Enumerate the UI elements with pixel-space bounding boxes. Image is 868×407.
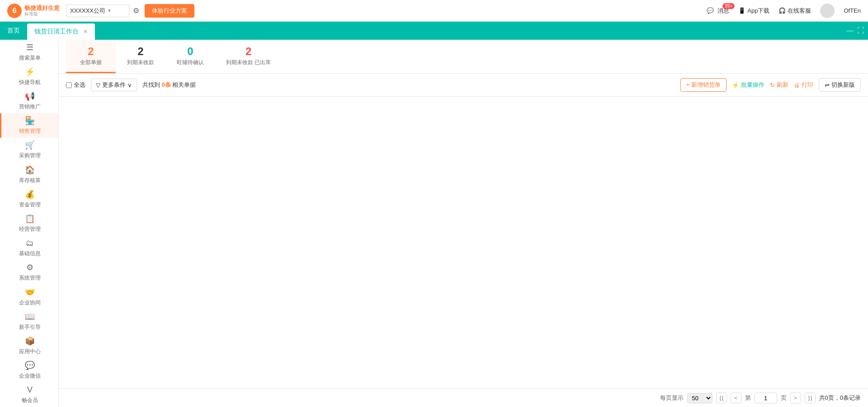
sidebar-item-enterprise[interactable]: 🤝 企业协同	[0, 285, 58, 309]
found-text: 共找到 0条 相关单据	[142, 81, 196, 89]
stats-tabs: 2 全部单据 2 到期未收款 0 旺辅待确认 2 到期未收款 已出库	[59, 40, 868, 74]
stat-tab-all[interactable]: 2 全部单据	[66, 40, 116, 73]
switch-btn[interactable]: ⇌ 切换新版	[819, 78, 861, 92]
print-icon: 🖨	[794, 82, 800, 89]
phone-icon: 📱	[738, 7, 745, 14]
toolbar-right: + 新增销货单 ⚡ 批量操作 ↻ 刷新 🖨 打印 ⇌ 切换新版	[680, 78, 861, 92]
sidebar-item-search[interactable]: ☰ 搜索菜单	[0, 40, 58, 64]
tab-maximize-btn[interactable]: ⛶	[857, 27, 864, 35]
stat-tab-overdue[interactable]: 2 到期未收款	[116, 40, 165, 73]
sidebar: ☰ 搜索菜单 ⚡ 快捷导航 📢 营销推广 🏪 销售管理 🛒 采购管理 🏠 库存核…	[0, 40, 59, 407]
finance-icon: 💰	[25, 189, 35, 199]
basics-icon: 🗂	[26, 239, 34, 248]
main-layout: ☰ 搜索菜单 ⚡ 快捷导航 📢 营销推广 🏪 销售管理 🛒 采购管理 🏠 库存核…	[0, 40, 868, 407]
checkbox-input[interactable]	[66, 82, 72, 88]
operations-icon: 📋	[25, 214, 35, 224]
refresh-btn[interactable]: ↻ 刷新	[770, 81, 788, 89]
settings-icon[interactable]: ⚙	[133, 6, 139, 15]
stat-label-wangpu: 旺辅待确认	[177, 59, 204, 66]
sidebar-item-member[interactable]: V 畅会员	[0, 383, 58, 407]
headset-icon: 🎧	[778, 7, 786, 14]
wechat-icon: 💬	[25, 360, 35, 370]
experience-btn[interactable]: 体验行业方案	[145, 4, 194, 18]
batch-icon: ⚡	[732, 82, 739, 89]
page-input[interactable]	[755, 393, 777, 403]
tab-close-icon[interactable]: ✕	[83, 28, 88, 35]
filter-btn[interactable]: ▽ 更多条件 ∨	[91, 79, 137, 91]
sidebar-item-apps[interactable]: 📦 应用中心	[0, 333, 58, 358]
next-page-btn[interactable]: ＞	[790, 393, 801, 403]
company-name: XXXXXX公司	[70, 7, 105, 15]
apps-icon: 📦	[25, 336, 35, 346]
stat-num-overdue: 2	[137, 45, 143, 58]
sidebar-item-sales[interactable]: 🏪 销售管理	[0, 113, 58, 138]
stat-num-all: 2	[88, 45, 94, 58]
message-badge: 99+	[722, 3, 735, 9]
marketing-icon: 📢	[25, 91, 35, 101]
guide-icon: 📖	[25, 312, 35, 322]
message-icon: 💬	[707, 7, 714, 14]
top-header: 6 畅捷通好生意 标准版 XXXXXX公司 ▼ ⚙ 体验行业方案 💬 99+ 消…	[0, 0, 868, 22]
tab-bar-actions: — ⛶	[846, 27, 868, 35]
batch-btn[interactable]: ⚡ 批量操作	[732, 81, 764, 89]
filter-chevron-icon: ∨	[127, 82, 132, 89]
member-icon: V	[27, 385, 33, 395]
page-total: 共0页，0条记录	[819, 394, 861, 402]
sales-icon: 🏪	[25, 116, 35, 126]
logo-icon: 6	[7, 4, 22, 18]
page-size-select[interactable]: 50 100 200	[687, 393, 712, 403]
avatar[interactable]	[820, 4, 835, 18]
select-all-checkbox[interactable]: 全选	[66, 81, 85, 89]
last-page-btn[interactable]: ⟩⟩	[805, 393, 816, 403]
sidebar-item-finance[interactable]: 💰 资金管理	[0, 187, 58, 211]
system-icon: ⚙	[26, 262, 33, 272]
table-area	[59, 97, 868, 388]
company-selector[interactable]: XXXXXX公司 ▼	[66, 5, 129, 17]
quick-nav-icon: ⚡	[25, 67, 35, 77]
toolbar: 全选 ▽ 更多条件 ∨ 共找到 0条 相关单据 + 新增销货单 ⚡ 批量操作 ↻…	[59, 74, 868, 97]
online-service[interactable]: 🎧 在线客服	[778, 7, 811, 15]
tab-bar: 首页 钱货日清工作台 ✕ — ⛶	[0, 22, 868, 40]
found-count: 0条	[162, 81, 171, 88]
prev-page-btn[interactable]: ＜	[731, 393, 741, 403]
header-right: 💬 99+ 消息 📱 App下载 🎧 在线客服 OfTEn	[707, 4, 861, 18]
search-icon: ☰	[26, 42, 33, 52]
logo-text: 畅捷通好生意 标准版	[24, 5, 60, 17]
logo-sub: 标准版	[24, 11, 60, 17]
logo-main: 畅捷通好生意	[24, 5, 60, 12]
refresh-icon: ↻	[770, 82, 775, 89]
tab-work[interactable]: 钱货日清工作台 ✕	[27, 23, 95, 40]
username[interactable]: OfTEn	[844, 7, 861, 14]
content-area: 2 全部单据 2 到期未收款 0 旺辅待确认 2 到期未收款 已出库 全选	[59, 40, 868, 407]
tab-home[interactable]: 首页	[0, 22, 27, 40]
sidebar-item-guide[interactable]: 📖 新手引导	[0, 309, 58, 333]
message-item[interactable]: 💬 99+ 消息	[707, 7, 729, 15]
sidebar-item-operations[interactable]: 📋 经营管理	[0, 211, 58, 235]
stat-num-wangpu: 0	[187, 45, 193, 58]
sidebar-item-purchase[interactable]: 🛒 采购管理	[0, 138, 58, 162]
enterprise-icon: 🤝	[25, 287, 35, 297]
filter-icon: ▽	[96, 82, 100, 89]
purchase-icon: 🛒	[25, 140, 35, 150]
sidebar-item-inventory[interactable]: 🏠 库存核算	[0, 162, 58, 187]
sidebar-item-marketing[interactable]: 📢 营销推广	[0, 89, 58, 113]
stat-tab-wangpu[interactable]: 0 旺辅待确认	[165, 40, 215, 73]
tab-minimize-btn[interactable]: —	[846, 27, 854, 35]
pagination-bar: 每页显示 50 100 200 ⟨⟨ ＜ 第 页 ＞ ⟩⟩ 共0页，0条记录	[59, 388, 868, 407]
chevron-down-icon: ▼	[107, 8, 112, 13]
stat-tab-shipped[interactable]: 2 到期未收款 已出库	[215, 40, 282, 73]
logo-area: 6 畅捷通好生意 标准版	[7, 4, 66, 18]
page-size-label: 每页显示	[660, 394, 684, 402]
sidebar-item-wechat[interactable]: 💬 企业微信	[0, 358, 58, 383]
sidebar-item-basics[interactable]: 🗂 基础信息	[0, 236, 58, 260]
first-page-btn[interactable]: ⟨⟨	[716, 393, 727, 403]
stat-label-all: 全部单据	[80, 59, 102, 66]
sidebar-item-quick-nav[interactable]: ⚡ 快捷导航	[0, 64, 58, 89]
app-download[interactable]: 📱 App下载	[738, 7, 769, 15]
print-btn[interactable]: 🖨 打印	[794, 81, 813, 89]
stat-label-shipped: 到期未收款 已出库	[226, 59, 271, 66]
switch-icon: ⇌	[825, 82, 830, 89]
inventory-icon: 🏠	[25, 165, 35, 175]
sidebar-item-system[interactable]: ⚙ 系统管理	[0, 260, 58, 285]
add-sales-btn[interactable]: + 新增销货单	[680, 78, 726, 92]
